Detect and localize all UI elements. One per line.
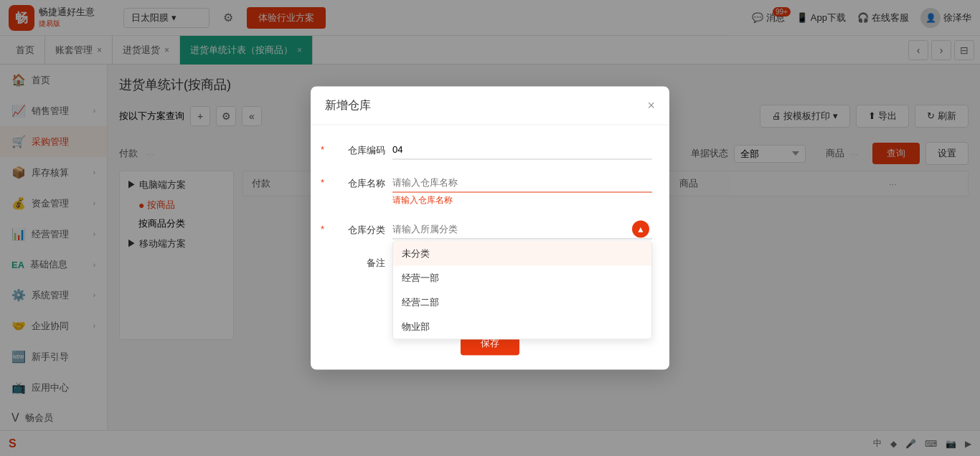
- dropdown-item-dept1[interactable]: 经营一部: [393, 266, 651, 290]
- remark-label: 备注: [328, 252, 385, 270]
- dialog-header: 新增仓库 ×: [311, 87, 669, 125]
- code-label: 仓库编码: [328, 140, 385, 157]
- dropdown-toggle-icon[interactable]: ▲: [632, 221, 649, 238]
- code-input[interactable]: [392, 140, 652, 160]
- form-row-code: 仓库编码: [328, 140, 652, 160]
- dropdown-item-dept2[interactable]: 经营二部: [393, 290, 651, 315]
- category-dropdown-wrapper: ▲ 未分类 经营一部 经营二部 物业部: [392, 219, 652, 239]
- add-warehouse-dialog: 新增仓库 × 仓库编码 仓库名称 请输入仓库名称 仓库分类 ▲: [311, 87, 669, 370]
- dialog-close-icon[interactable]: ×: [647, 98, 655, 113]
- dropdown-item-unclassified[interactable]: 未分类: [393, 242, 651, 266]
- category-input[interactable]: [392, 219, 652, 239]
- form-row-category: 仓库分类 ▲ 未分类 经营一部 经营二部 物业部: [328, 219, 652, 239]
- name-input[interactable]: [392, 173, 652, 193]
- name-label: 仓库名称: [328, 173, 385, 190]
- form-row-name: 仓库名称 请输入仓库名称: [328, 173, 652, 206]
- category-dropdown-list: 未分类 经营一部 经营二部 物业部: [392, 241, 652, 340]
- category-label: 仓库分类: [328, 219, 385, 237]
- dialog-title: 新增仓库: [325, 98, 371, 113]
- dialog-body: 仓库编码 仓库名称 请输入仓库名称 仓库分类 ▲ 未分类 经营一: [311, 125, 669, 323]
- name-error-msg: 请输入仓库名称: [392, 194, 652, 206]
- dropdown-item-property[interactable]: 物业部: [393, 315, 651, 339]
